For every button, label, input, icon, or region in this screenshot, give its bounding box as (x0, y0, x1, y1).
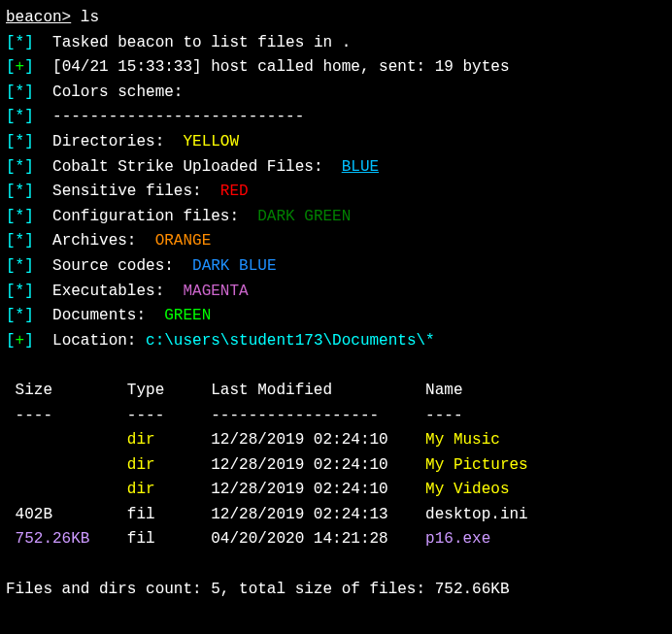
cell-name: desktop.ini (425, 506, 528, 523)
table-divider: ---- ---- ------------------ ---- (6, 404, 666, 429)
legend-row: [*] Configuration files: DARK GREEN (6, 205, 666, 230)
legend-value: DARK GREEN (257, 208, 351, 225)
cell-name: My Music (425, 431, 500, 449)
table-row: dir 12/28/2019 02:24:10 My Music (6, 428, 666, 453)
prompt-label: beacon> (6, 9, 71, 26)
cell-size (16, 456, 127, 474)
cell-size: ---- (16, 407, 127, 424)
cell-size (16, 431, 127, 449)
legend-row: [*] Sensitive files: RED (6, 180, 666, 205)
cell-modified: 12/28/2019 02:24:10 (211, 481, 425, 498)
legend-value: BLUE (342, 158, 379, 176)
legend-row: [*] Directories: YELLOW (6, 130, 666, 155)
table-row: dir 12/28/2019 02:24:10 My Videos (6, 478, 666, 503)
cell-modified: 12/28/2019 02:24:13 (211, 506, 425, 523)
legend-row: [*] Executables: MAGENTA (6, 280, 666, 305)
log-called-home: [+] [04/21 15:33:33] host called home, s… (6, 55, 666, 81)
cell-type: dir (127, 456, 211, 474)
legend-row: [*] Source codes: DARK BLUE (6, 254, 666, 280)
cell-type: ---- (127, 407, 211, 424)
cell-size: 402B (16, 506, 127, 523)
cell-type: Type (127, 382, 211, 399)
cell-name: My Videos (425, 481, 509, 498)
cell-modified: 12/28/2019 02:24:10 (211, 456, 425, 474)
legend-value: RED (220, 183, 249, 200)
cell-modified: 04/20/2020 14:21:28 (211, 530, 425, 548)
cell-type: fil (127, 530, 211, 548)
location-path: c:\users\student173\Documents\* (146, 332, 435, 350)
cell-modified: ------------------ (211, 407, 425, 424)
cell-type: dir (127, 481, 211, 498)
legend-label: Sensitive files: (52, 183, 220, 200)
cell-name: My Pictures (425, 456, 528, 474)
legend-label: Source codes: (52, 257, 192, 275)
log-tasked: [*] Tasked beacon to list files in . (6, 31, 666, 56)
table-row: 402B fil 12/28/2019 02:24:13 desktop.ini (6, 503, 666, 528)
table-row: 752.26KB fil 04/20/2020 14:21:28 p16.exe (6, 527, 666, 552)
cell-name: ---- (425, 407, 462, 424)
legend-label: Directories: (52, 133, 183, 150)
log-divider: [*] --------------------------- (6, 105, 666, 130)
table-row: dir 12/28/2019 02:24:10 My Pictures (6, 453, 666, 479)
legend-value: YELLOW (183, 133, 239, 150)
cell-modified: Last Modified (211, 382, 425, 399)
legend-label: Configuration files: (52, 208, 257, 225)
log-scheme: [*] Colors scheme: (6, 81, 666, 106)
cell-size (16, 481, 127, 498)
legend-row: [*] Cobalt Strike Uploaded Files: BLUE (6, 155, 666, 181)
legend-row: [*] Archives: ORANGE (6, 229, 666, 254)
log-location: [+] Location: c:\users\student173\Docume… (6, 329, 666, 354)
cell-type: fil (127, 506, 211, 523)
cell-name: p16.exe (425, 530, 490, 548)
legend-label: Cobalt Strike Uploaded Files: (52, 158, 342, 176)
legend-label: Documents: (52, 307, 164, 324)
cell-size: 752.26KB (16, 530, 127, 548)
cell-name: Name (425, 382, 462, 399)
legend-value: DARK BLUE (192, 257, 276, 275)
command-text: ls (81, 9, 99, 26)
table-header: Size Type Last Modified Name (6, 379, 666, 404)
cell-type: dir (127, 431, 211, 449)
legend-label: Archives: (52, 232, 155, 250)
legend-row: [*] Documents: GREEN (6, 304, 666, 329)
legend-value: GREEN (164, 307, 211, 324)
legend-label: Executables: (52, 283, 183, 300)
legend-value: MAGENTA (183, 283, 248, 300)
cell-size: Size (16, 382, 127, 399)
summary-line: Files and dirs count: 5, total size of f… (6, 578, 666, 603)
cell-modified: 12/28/2019 02:24:10 (211, 431, 425, 449)
prompt-line: beacon> ls (6, 6, 666, 31)
legend-value: ORANGE (155, 232, 212, 250)
